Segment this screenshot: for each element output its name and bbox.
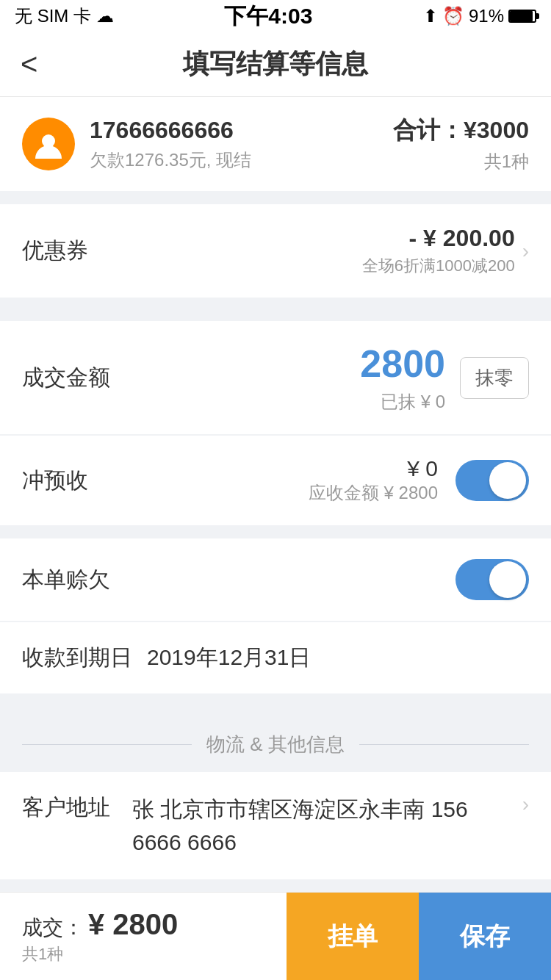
battery-icon [508,10,536,23]
deal-amount-section: 成交金额 2800 已抹 ¥ 0 抹零 [0,321,551,434]
coupon-right: - ¥ 200.00 全场6折满1000减200 › [362,225,529,277]
prepay-info: ¥ 0 应收金额 ¥ 2800 [309,456,438,505]
customer-debt: 欠款1276.35元, 现结 [90,148,251,172]
back-button[interactable]: < [21,48,37,81]
prepay-row-inner: ¥ 0 应收金额 ¥ 2800 [309,456,529,505]
prepay-toggle[interactable] [455,460,529,501]
prepay-section: 冲预收 ¥ 0 应收金额 ¥ 2800 [0,436,551,525]
page-title: 填写结算等信息 [183,46,368,82]
duedate-value: 2019年12月31日 [147,643,311,673]
separator-4 [0,705,551,717]
toggle-circle [489,462,526,499]
separator-1 [0,192,551,204]
separator-2 [0,309,551,321]
round-button[interactable]: 抹零 [460,357,529,399]
deal-amount-right: 2800 已抹 ¥ 0 抹零 [360,342,529,414]
prepay-desc: 应收金额 ¥ 2800 [309,481,438,505]
status-right: ⬆ ⏰ 91% [423,6,536,26]
sim-label: 无 SIM 卡 ☁ [15,4,114,28]
coupon-section[interactable]: 优惠券 - ¥ 200.00 全场6折满1000减200 › [0,204,551,298]
chevron-right-icon: › [522,239,529,263]
save-button[interactable]: 保存 [419,893,551,980]
debt-toggle-circle [489,561,526,598]
divider-line-right [359,744,529,745]
duedate-label: 收款到期日 [22,643,132,673]
deal-amount-value: 2800 [360,342,445,386]
status-left: 无 SIM 卡 ☁ [15,4,114,28]
coupon-desc: 全场6折满1000减200 [362,255,515,277]
prepay-amount: ¥ 0 [407,456,438,481]
coupon-discount: - ¥ 200.00 [362,225,515,252]
customer-left: 17666666666 欠款1276.35元, 现结 [22,117,251,172]
status-time: 下午4:03 [224,1,312,32]
customer-info: 17666666666 欠款1276.35元, 现结 [90,117,251,172]
coupon-label: 优惠券 [22,236,88,266]
deal-amount-label: 成交金额 [22,363,110,393]
customer-section: 17666666666 欠款1276.35元, 现结 合计：¥3000 共1种 [0,97,551,191]
avatar [22,118,75,170]
address-section[interactable]: 客户地址 张 北京市市辖区海淀区永丰南 156 6666 6666 › [0,772,551,879]
total-amount: 合计：¥3000 [393,115,529,147]
separator-3 [0,527,551,538]
bottom-bar: 成交： ¥ 2800 共1种 挂单 保存 [0,892,551,980]
debt-label: 本单赊欠 [22,565,110,595]
debt-section: 本单赊欠 [0,538,551,621]
bottom-count: 共1种 [22,943,264,965]
address-value: 张 北京市市辖区海淀区永丰南 156 6666 6666 [132,793,515,859]
status-bar: 无 SIM 卡 ☁ 下午4:03 ⬆ ⏰ 91% [0,0,551,32]
bottom-summary: 成交： ¥ 2800 共1种 [0,893,287,980]
location-icon: ⬆ [423,6,438,26]
divider-line-left [22,744,192,745]
content: 17666666666 欠款1276.35元, 现结 合计：¥3000 共1种 … [0,97,551,980]
bottom-deal-label: 成交： [22,914,84,942]
total-count: 共1种 [393,150,529,173]
prepay-label: 冲预收 [22,466,88,496]
deal-amount-row: 成交金额 2800 已抹 ¥ 0 抹零 [22,342,529,414]
hold-button[interactable]: 挂单 [287,893,419,980]
deal-amount-value-row: 2800 已抹 ¥ 0 [360,342,445,414]
address-chevron-right-icon: › [522,793,529,816]
duedate-section: 收款到期日 2019年12月31日 [0,622,551,693]
customer-right: 合计：¥3000 共1种 [393,115,529,173]
nav-bar: < 填写结算等信息 [0,32,551,97]
bottom-amount: ¥ 2800 [88,908,178,941]
divider-text: 物流 & 其他信息 [206,732,345,757]
alarm-icon: ⏰ [442,6,464,26]
battery-label: 91% [469,6,504,26]
divider-section: 物流 & 其他信息 [0,717,551,772]
address-label: 客户地址 [22,793,110,823]
prepay-row: 冲预收 ¥ 0 应收金额 ¥ 2800 [22,456,529,505]
debt-toggle[interactable] [455,559,529,600]
deal-amount-erased: 已抹 ¥ 0 [381,390,445,414]
customer-phone: 17666666666 [90,117,251,144]
